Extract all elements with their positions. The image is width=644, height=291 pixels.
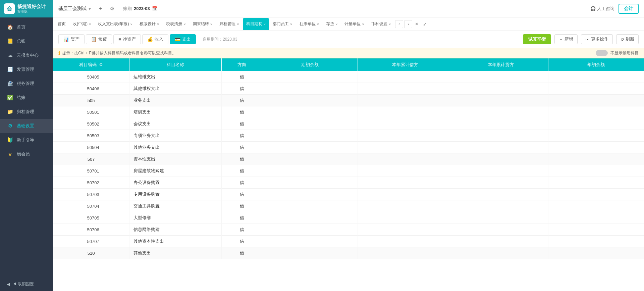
tabs-next-btn[interactable]: › [404, 20, 412, 28]
cell-opening[interactable] [262, 130, 358, 142]
table-row[interactable]: 50504 其他业务支出 借 [53, 142, 644, 153]
cell-opening[interactable] [262, 247, 358, 259]
sidebar-item-report[interactable]: ☁ 云报表中心 [0, 48, 53, 62]
sidebar-item-settings[interactable]: ⚙ 基础设置 [0, 119, 53, 133]
table-row[interactable]: 50405 运维维支出 借 [53, 71, 644, 83]
cell-opening[interactable] [262, 212, 358, 224]
tab-close-icon[interactable]: × [389, 22, 391, 26]
cell-opening[interactable] [262, 118, 358, 130]
tab-period-end[interactable]: 期末结转 × [190, 18, 216, 30]
vip-icon: V [7, 151, 13, 157]
tab-unit[interactable]: 计量单位 × [341, 18, 367, 30]
cell-direction: 借 [222, 142, 262, 153]
col-ytd-debit: 本年累计借方 [358, 58, 453, 71]
sub-tab-liability[interactable]: 📋 负债 [86, 34, 112, 44]
cell-ytd-credit [453, 106, 548, 118]
tab-close-icon[interactable]: × [290, 22, 292, 26]
sidebar-item-invoice[interactable]: 🧾 发票管理 [0, 62, 53, 77]
toggle-disabled[interactable] [596, 50, 608, 56]
account-btn[interactable]: 会计 [619, 4, 639, 14]
cell-opening[interactable] [262, 224, 358, 236]
topbar-right: 🎧 人工咨询 会计 [590, 4, 639, 14]
subject-table: 科目编码 ⚙ 科目名称 方向 期初余额 本年累计借方 本年累计贷方 年初余额 5… [53, 58, 644, 259]
tab-close-icon[interactable]: × [264, 22, 266, 26]
cell-opening[interactable] [262, 95, 358, 106]
cell-opening[interactable] [262, 153, 358, 165]
sidebar-item-ledger[interactable]: 📒 总账 [0, 34, 53, 48]
cell-name: 其他业务支出 [129, 142, 222, 153]
tab-currency[interactable]: 币种设置 × [368, 18, 394, 30]
cell-opening[interactable] [262, 83, 358, 95]
table-row[interactable]: 50501 培训支出 借 [53, 106, 644, 118]
tabs-prev-btn[interactable]: ‹ [395, 20, 403, 28]
add-company-btn[interactable]: ＋ [96, 4, 105, 13]
col-name: 科目名称 [129, 58, 222, 71]
help-btn[interactable]: 🎧 人工咨询 [590, 6, 614, 12]
cell-opening[interactable] [262, 236, 358, 247]
tab-close-icon[interactable]: × [130, 22, 132, 26]
table-row[interactable]: 505 业务支出 借 [53, 95, 644, 106]
tab-close-icon[interactable]: × [157, 22, 159, 26]
add-btn[interactable]: ＋ 新增 [554, 34, 578, 44]
table-row[interactable]: 50502 会议支出 借 [53, 118, 644, 130]
cell-opening[interactable] [262, 177, 358, 189]
sidebar-item-label: 畅会员 [17, 151, 30, 157]
table-row[interactable]: 50406 其他维权支出 借 [53, 83, 644, 95]
sub-tab-net-asset[interactable]: ≡ 净资产 [113, 34, 141, 44]
refresh-btn[interactable]: ↺ 刷新 [616, 34, 639, 44]
tab-inventory[interactable]: 存货 × [323, 18, 341, 30]
tab-subject-init[interactable]: 科目期初 × [243, 18, 269, 30]
sidebar-item-guide[interactable]: 🔰 新手引导 [0, 133, 53, 147]
table-row[interactable]: 50706 信息网络购建 借 [53, 224, 644, 236]
cell-opening[interactable] [262, 142, 358, 153]
table-row[interactable]: 50705 大型修缮 借 [53, 212, 644, 224]
sub-tab-income[interactable]: 💰 收入 [142, 34, 168, 44]
more-btn[interactable]: ⋯ 更多操作 [581, 34, 613, 44]
tab-home[interactable]: 首页 [54, 18, 69, 30]
calendar-icon[interactable]: 📅 [152, 6, 157, 11]
tab-cashier[interactable]: 收(中期) × [69, 18, 94, 30]
cell-opening[interactable] [262, 200, 358, 212]
tab-close-icon[interactable]: × [317, 22, 319, 26]
table-row[interactable]: 510 其他支出 借 [53, 247, 644, 259]
tab-close-icon[interactable]: × [335, 22, 337, 26]
tab-close-icon[interactable]: × [210, 22, 212, 26]
tabs-close-all-btn[interactable]: × [413, 20, 421, 28]
tab-vendor[interactable]: 往来单位 × [296, 18, 322, 30]
table-row[interactable]: 50701 房屋建筑物购建 借 [53, 165, 644, 177]
cell-name: 其他支出 [129, 247, 222, 259]
company-selector[interactable]: 基层工会测试 ▾ [58, 6, 91, 12]
sub-tab-asset[interactable]: 📊 资产 [58, 34, 85, 44]
table-row[interactable]: 50703 专用设备购置 借 [53, 189, 644, 200]
tab-dept[interactable]: 部门员工 × [269, 18, 296, 30]
tab-close-icon[interactable]: × [89, 22, 91, 26]
tab-close-icon[interactable]: × [362, 22, 364, 26]
cell-opening[interactable] [262, 71, 358, 83]
column-settings-icon[interactable]: ⚙ [99, 62, 103, 67]
cell-opening[interactable] [262, 165, 358, 177]
sidebar-item-checkout[interactable]: ✅ 结账 [0, 91, 53, 105]
tab-income[interactable]: 收入支出表(年报) × [95, 18, 136, 30]
sidebar-item-archive[interactable]: 📁 归档管理 [0, 105, 53, 119]
tab-archive[interactable]: 归档管理 × [216, 18, 242, 30]
table-row[interactable]: 50707 其他资本性支出 借 [53, 236, 644, 247]
tabs-expand-btn[interactable]: ⤢ [421, 20, 429, 28]
sidebar-item-home[interactable]: 🏠 首页 [0, 20, 53, 34]
sidebar-item-vip[interactable]: V 畅会员 [0, 147, 53, 161]
sidebar-item-tax[interactable]: 🏦 税务管理 [0, 77, 53, 91]
balance-btn[interactable]: 试算平衡 [523, 34, 551, 44]
table-row[interactable]: 507 资本性支出 借 [53, 153, 644, 165]
tab-tax[interactable]: 税表清册 × [163, 18, 189, 30]
cell-name: 其他资本性支出 [129, 236, 222, 247]
sidebar-collapse-btn[interactable]: ◀ ◀ 取消固定 [0, 277, 53, 291]
tab-close-icon[interactable]: × [237, 22, 239, 26]
cell-opening[interactable] [262, 106, 358, 118]
table-row[interactable]: 50503 专项业务支出 借 [53, 130, 644, 142]
cell-opening[interactable] [262, 189, 358, 200]
tab-close-icon[interactable]: × [183, 22, 185, 26]
table-row[interactable]: 50702 办公设备购置 借 [53, 177, 644, 189]
table-row[interactable]: 50704 交通工具购置 借 [53, 200, 644, 212]
tab-template[interactable]: 模版设计 × [136, 18, 162, 30]
settings-btn[interactable]: ⚙ [108, 4, 116, 13]
sub-tab-expense[interactable]: 💳 支出 [170, 34, 196, 44]
